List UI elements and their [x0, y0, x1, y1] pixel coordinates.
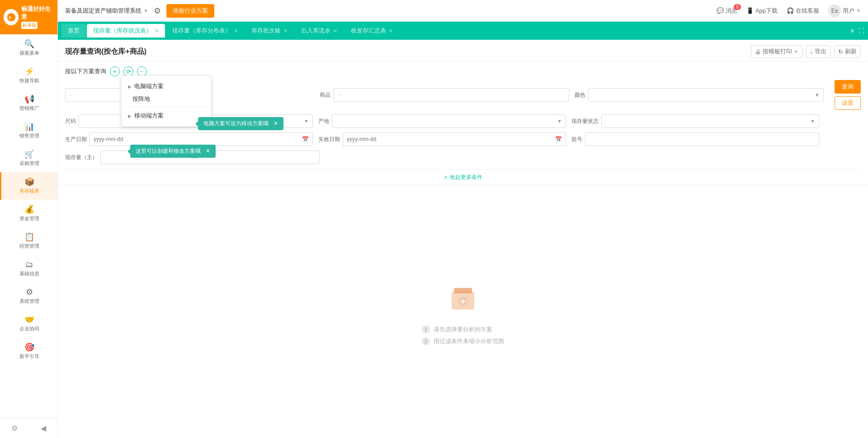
- finance-icon: 💰: [24, 205, 34, 213]
- edit-scheme-button[interactable]: ⟳: [123, 66, 133, 76]
- arrow-right-icon-mobile: ▶: [128, 113, 132, 118]
- filter-area: 按以下方案查询 + ⟳ ← ▶ 电脑端方案 按阵地 ▶ 移动端: [58, 62, 868, 185]
- tab-home[interactable]: 首页: [61, 24, 86, 38]
- filter-field-expire-date: 失效日期 📅: [318, 132, 566, 146]
- print-button[interactable]: 🖨 按模板打印 ▼: [751, 45, 802, 58]
- tab-batch[interactable]: 库存批次账 ✕: [245, 24, 294, 38]
- expand-icon[interactable]: ⛶: [859, 28, 864, 34]
- reset-button[interactable]: 设置: [835, 96, 861, 110]
- expire-date-input[interactable]: 📅: [343, 132, 566, 146]
- tab-inout[interactable]: 出入库流水 ✕: [295, 24, 344, 38]
- sidebar-item-quicknav[interactable]: ⚡ 快捷导航: [0, 62, 57, 89]
- close-all-tabs-icon[interactable]: ✕: [850, 28, 855, 34]
- calendar-icon-expire[interactable]: 📅: [555, 136, 562, 142]
- sidebar-item-inventory[interactable]: 📦 库存核算: [0, 172, 57, 200]
- settings-icon[interactable]: ⚙: [154, 6, 161, 16]
- export-button[interactable]: ↓ 导出: [806, 45, 831, 58]
- prod-date-field[interactable]: [94, 136, 300, 142]
- sidebar-item-sales[interactable]: 📊 销售管理: [0, 117, 57, 145]
- filter-label: 按以下方案查询: [65, 67, 106, 75]
- empty-state: 1 请先选择要分析的方案 2 用过滤条件来缩小分析范围: [58, 185, 868, 438]
- sidebar-item-purchase[interactable]: 🛒 采购管理: [0, 145, 57, 172]
- mobile-icon: 📱: [746, 7, 754, 14]
- expire-date-field[interactable]: [347, 136, 553, 142]
- search-button[interactable]: 查询: [835, 80, 861, 94]
- tab-inventory-status[interactable]: 现存量（库存状况表） ✕: [87, 24, 165, 38]
- mobile-scheme-label: 移动端方案: [134, 112, 164, 120]
- filter-field-product: 商品 ···: [320, 88, 569, 102]
- tab-collect[interactable]: 收发存汇总表 ✕: [344, 24, 399, 38]
- settings-bottom-icon[interactable]: ⚙: [11, 424, 18, 433]
- collapse-sidebar-icon[interactable]: ◀: [41, 424, 46, 433]
- stock-main-label: 现存量（主）: [65, 154, 98, 161]
- search-btn-group: 查询 设置: [835, 80, 861, 110]
- filter-field-origin: 产地 ▼: [318, 114, 566, 128]
- tab-close-inventory-dist[interactable]: ✕: [234, 28, 238, 34]
- online-service-action[interactable]: 🎧 在线客服: [787, 7, 819, 15]
- purchase-icon: 🛒: [24, 150, 34, 158]
- sidebar-item-search[interactable]: 🔍 搜索菜单: [0, 34, 57, 62]
- header-right: 💬 消息 6 📱 App下载 🎧 在线客服 Ea 用户 ▼: [717, 5, 861, 17]
- tooltip1-close-button[interactable]: ✕: [274, 120, 278, 127]
- system-selector[interactable]: 装备及固定资产辅助管理系统 ▼: [65, 7, 148, 15]
- color-select[interactable]: ▼: [588, 88, 824, 102]
- product-select[interactable]: ···: [333, 88, 569, 102]
- scheme-sub-item[interactable]: 按阵地: [122, 93, 211, 105]
- avatar: Ea: [828, 5, 841, 17]
- stock-status-select[interactable]: ▼: [601, 114, 819, 128]
- svg-rect-3: [454, 288, 472, 293]
- tab-close-inventory-status[interactable]: ✕: [155, 28, 159, 34]
- tooltip2-close-button[interactable]: ✕: [206, 148, 210, 154]
- content-header: 现存量查询(按仓库+商品) 🖨 按模板打印 ▼ ↓ 导出 ↻ 刷新: [58, 40, 868, 62]
- tab-close-inout[interactable]: ✕: [333, 28, 337, 34]
- experience-button[interactable]: 体验行业方案: [166, 4, 214, 18]
- batch-input[interactable]: [585, 132, 819, 146]
- printer-icon: 🖨: [755, 48, 761, 55]
- refresh-button[interactable]: ↻ 刷新: [834, 45, 861, 58]
- origin-select[interactable]: ▼: [332, 114, 566, 128]
- content-actions: 🖨 按模板打印 ▼ ↓ 导出 ↻ 刷新: [751, 45, 861, 58]
- sidebar-item-system[interactable]: ⚙ 系统管理: [0, 283, 57, 310]
- calendar-icon-prod[interactable]: 📅: [302, 136, 309, 142]
- tab-inventory-dist[interactable]: 现存量（库存分布表） ✕: [166, 24, 244, 38]
- enterprise-icon: 🤝: [24, 316, 34, 324]
- basic-icon: 🗂: [25, 260, 33, 268]
- content-area: 现存量查询(按仓库+商品) 🖨 按模板打印 ▼ ↓ 导出 ↻ 刷新: [58, 40, 868, 438]
- logo: 6 畅通好好生意 标准版: [0, 0, 57, 34]
- tab-close-collect[interactable]: ✕: [389, 28, 393, 34]
- batch-field[interactable]: [589, 136, 815, 142]
- prod-date-input[interactable]: 📅: [90, 132, 313, 146]
- stock-status-label: 现存量状态: [571, 118, 599, 125]
- user-action[interactable]: Ea 用户 ▼: [828, 5, 861, 17]
- filter-row-3: 生产日期 📅 失效日期 📅 批号: [65, 132, 861, 146]
- tab-close-batch[interactable]: ✕: [283, 28, 288, 34]
- origin-chevron: ▼: [557, 118, 562, 124]
- message-action[interactable]: 💬 消息 6: [717, 7, 737, 15]
- refresh-icon: ↻: [838, 48, 843, 55]
- add-scheme-button[interactable]: +: [110, 66, 120, 76]
- logo-text: 畅通好好生意 标准版: [21, 5, 54, 29]
- sidebar-item-marketing[interactable]: 📢 营销推广: [0, 89, 57, 117]
- service-icon: 🎧: [787, 7, 794, 14]
- scheme-item-pc[interactable]: ▶ 电脑端方案: [122, 80, 211, 93]
- left-arrow-button[interactable]: ←: [137, 66, 147, 76]
- sidebar-item-guide[interactable]: 🎯 新手引导: [0, 338, 57, 365]
- page-title: 现存量查询(按仓库+商品): [65, 47, 146, 57]
- sidebar-item-finance[interactable]: 💰 资金管理: [0, 200, 57, 227]
- sidebar-item-operation[interactable]: 📋 经营管理: [0, 227, 57, 255]
- main-area: 装备及固定资产辅助管理系统 ▼ ⚙ 体验行业方案 💬 消息 6 📱 App下载 …: [58, 0, 868, 438]
- search-icon: 🔍: [24, 40, 34, 48]
- sidebar-item-basic[interactable]: 🗂 基础信息: [0, 255, 57, 283]
- tab-bar: 首页 现存量（库存状况表） ✕ 现存量（库存分布表） ✕ 库存批次账 ✕ 出入库…: [58, 22, 868, 40]
- user-chevron-icon: ▼: [856, 8, 861, 13]
- tooltip-create-scheme: 这里可以创建和修改方案哦 ✕: [130, 145, 216, 158]
- sidebar: 6 畅通好好生意 标准版 🔍 搜索菜单 ⚡ 快捷导航 📢 营销推广 📊 销售管理…: [0, 0, 58, 438]
- app-download-action[interactable]: 📱 App下载: [746, 7, 778, 15]
- marketing-icon: 📢: [24, 95, 34, 103]
- system-icon: ⚙: [26, 288, 33, 296]
- sidebar-item-enterprise[interactable]: 🤝 企业协同: [0, 310, 57, 338]
- collapse-more-button[interactable]: ∧ 收起更多条件: [65, 170, 861, 185]
- header-left: 装备及固定资产辅助管理系统 ▼ ⚙ 体验行业方案: [65, 4, 214, 18]
- tooltip-pc-scheme: 电脑方案可设为移动方案哦 ✕: [198, 117, 283, 130]
- filter-field-prod-date: 生产日期 📅: [65, 132, 313, 146]
